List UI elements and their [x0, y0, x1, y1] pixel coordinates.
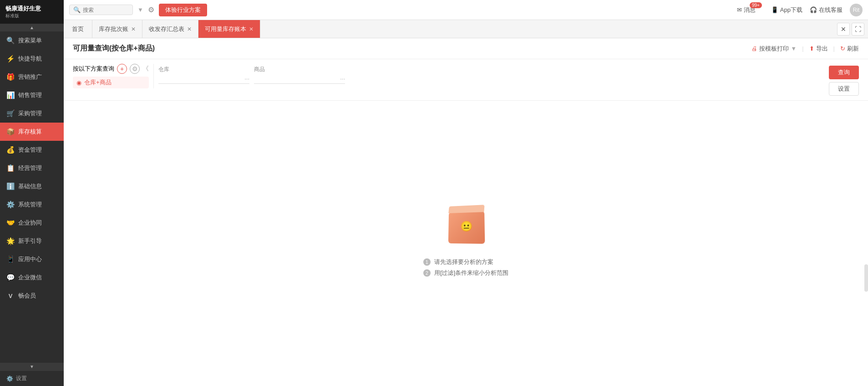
tab-batch-label: 库存批次账 [99, 25, 128, 33]
search-icon: 🔍 [6, 36, 15, 45]
warehouse-more-icon[interactable]: ··· [244, 75, 249, 82]
online-service-label: 在线客服 [819, 6, 843, 14]
product-field-input[interactable]: ··· [254, 75, 345, 84]
sidebar-settings-label: 设置 [16, 375, 27, 382]
inventory-icon: 📦 [6, 128, 15, 136]
industry-btn[interactable]: 体验行业方案 [159, 4, 207, 16]
search-input[interactable] [83, 7, 129, 13]
topbar-search-box[interactable]: 🔍 [69, 5, 133, 15]
sidebar-item-label: 营销推广 [18, 73, 42, 81]
sidebar-item-sales[interactable]: 📊 销售管理 [0, 86, 64, 104]
filter-area: 按以下方案查询 + ⚙ 《 ◉ 仓库+商品 仓库 ··· 商品 [64, 59, 868, 101]
sidebar-item-app[interactable]: 📱 应用中心 [0, 250, 64, 268]
sidebar-item-basic[interactable]: ℹ️ 基础信息 [0, 177, 64, 196]
sidebar-item-system[interactable]: ⚙️ 系统管理 [0, 196, 64, 214]
sidebar-item-label: 企业协同 [18, 219, 42, 227]
export-action[interactable]: ⬆ 导出 [809, 45, 828, 53]
sidebar-item-operation[interactable]: 📋 经营管理 [0, 159, 64, 177]
print-dropdown-icon[interactable]: ▼ [791, 45, 797, 52]
query-btn[interactable]: 查询 [829, 66, 859, 79]
marketing-icon: 🎁 [6, 73, 15, 81]
sidebar-item-label: 经营管理 [18, 164, 42, 172]
scheme-item-warehouse-product[interactable]: ◉ 仓库+商品 [73, 77, 149, 88]
filter-field-product: 商品 ··· [254, 66, 345, 84]
sidebar-item-purchase[interactable]: 🛒 采购管理 [0, 104, 64, 123]
tab-summary-close[interactable]: ✕ [187, 26, 192, 32]
basic-icon: ℹ️ [6, 182, 15, 190]
warehouse-input[interactable] [158, 75, 243, 82]
sales-icon: 📊 [6, 91, 15, 99]
sidebar-settings[interactable]: ⚙️ 设置 [0, 371, 64, 386]
print-action[interactable]: 🖨 按模板打印 ▼ [751, 45, 797, 53]
sidebar-scroll-up[interactable]: ▲ [0, 24, 64, 31]
empty-state: 😐 1 请先选择要分析的方案 2 用[过滤]条件来缩小分析范围 [64, 101, 868, 386]
search-icon: 🔍 [73, 6, 81, 13]
tab-fullscreen-btn[interactable]: ⛶ [852, 23, 864, 36]
page-title: 可用量查询(按仓库+商品) [73, 44, 155, 53]
filter-fields: 仓库 ··· 商品 ··· [158, 64, 820, 84]
scheme-settings-btn[interactable]: ⚙ [130, 64, 140, 74]
right-scrollbar[interactable] [864, 264, 868, 292]
hint-row-1: 1 请先选择要分析的方案 [423, 258, 508, 266]
sidebar-item-label: 快捷导航 [18, 55, 42, 63]
close-icon: ✕ [841, 26, 846, 33]
gear-icon[interactable]: ⚙ [148, 5, 154, 14]
tab-available-close[interactable]: ✕ [249, 26, 254, 32]
sidebar-item-finance[interactable]: 💰 资金管理 [0, 141, 64, 159]
sidebar-items: 🔍 搜索菜单 ⚡ 快捷导航 🎁 营销推广 📊 销售管理 🛒 采购管理 📦 库存核… [0, 31, 64, 363]
empty-face-icon: 😐 [460, 221, 472, 232]
message-badge: 99+ [750, 2, 762, 8]
message-btn[interactable]: ✉ 消息 99+ [737, 6, 756, 14]
sidebar-item-label: 应用中心 [18, 255, 42, 263]
headset-icon: 🎧 [810, 6, 817, 13]
refresh-action[interactable]: ↻ 刷新 [840, 45, 859, 53]
sidebar-item-shortcut[interactable]: ⚡ 快捷导航 [0, 50, 64, 68]
app-download-btn[interactable]: 📱 App下载 [771, 6, 802, 14]
sidebar-item-label: 畅会员 [18, 292, 36, 300]
tab-batch[interactable]: 库存批次账 ✕ [92, 20, 142, 38]
export-label: 导出 [816, 45, 828, 53]
message-icon: ✉ [737, 6, 742, 13]
print-label: 按模板打印 [759, 45, 789, 53]
tab-batch-close[interactable]: ✕ [131, 26, 136, 32]
online-service-btn[interactable]: 🎧 在线客服 [810, 6, 843, 14]
settings-btn[interactable]: 设置 [829, 82, 859, 96]
warehouse-field-input[interactable]: ··· [158, 75, 249, 84]
sidebar-item-wechat[interactable]: 💬 企业微信 [0, 268, 64, 287]
product-input[interactable] [254, 75, 338, 82]
member-icon: V [6, 293, 15, 299]
sidebar-item-newbie[interactable]: 🌟 新手引导 [0, 232, 64, 250]
finance-icon: 💰 [6, 146, 15, 154]
sidebar-item-label: 企业微信 [18, 273, 42, 282]
user-avatar[interactable]: Rit [850, 4, 863, 16]
tab-available-label: 可用量库存账本 [205, 25, 246, 33]
sidebar-item-label: 搜索菜单 [18, 36, 42, 45]
sidebar-item-marketing[interactable]: 🎁 营销推广 [0, 68, 64, 86]
sidebar-item-label: 库存核算 [18, 128, 42, 136]
dropdown-arrow-icon[interactable]: ▼ [137, 6, 143, 13]
sidebar-logo: 畅康通好生意 标准版 [0, 0, 64, 24]
collapse-btn[interactable]: 《 [142, 65, 149, 73]
sidebar-item-member[interactable]: V 畅会员 [0, 287, 64, 305]
sidebar-item-label: 采购管理 [18, 109, 42, 118]
filter-scheme-header: 按以下方案查询 + ⚙ 《 [73, 64, 149, 74]
export-icon: ⬆ [809, 45, 814, 52]
product-field-label: 商品 [254, 66, 345, 73]
scheme-icon: ◉ [76, 79, 81, 86]
filter-field-warehouse: 仓库 ··· [158, 66, 249, 84]
sidebar-item-search[interactable]: 🔍 搜索菜单 [0, 31, 64, 50]
tab-close-btn[interactable]: ✕ [837, 23, 850, 36]
tab-summary[interactable]: 收发存汇总表 ✕ [142, 20, 198, 38]
avatar-text: Rit [853, 7, 860, 13]
sidebar-item-enterprise[interactable]: 🤝 企业协同 [0, 214, 64, 232]
filter-scheme-section: 按以下方案查询 + ⚙ 《 ◉ 仓库+商品 [73, 64, 154, 88]
sidebar-item-inventory[interactable]: 📦 库存核算 [0, 123, 64, 141]
wechat-icon: 💬 [6, 273, 15, 282]
add-scheme-btn[interactable]: + [117, 64, 127, 74]
empty-illustration: 😐 [443, 207, 489, 252]
sidebar-scroll-down[interactable]: ▼ [0, 363, 64, 371]
tab-available[interactable]: 可用量库存账本 ✕ [198, 20, 260, 38]
tab-home[interactable]: 首页 [64, 20, 92, 38]
product-more-icon[interactable]: ··· [340, 75, 345, 82]
sidebar-item-label: 销售管理 [18, 91, 42, 99]
